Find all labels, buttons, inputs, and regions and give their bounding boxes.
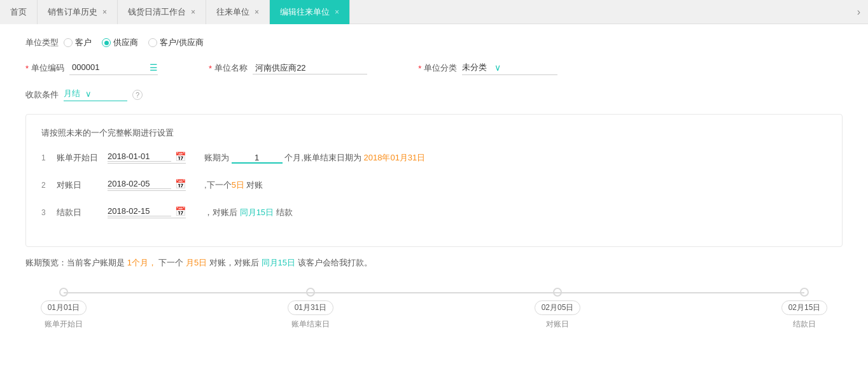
row-3-num: 3 bbox=[41, 208, 57, 217]
timeline-date-3: 02月05日 bbox=[535, 300, 581, 315]
payment-condition-group: 收款条件 月结 ∨ ? bbox=[25, 88, 143, 101]
row-3-desc-suffix: 结款 bbox=[274, 208, 293, 217]
unit-code-input[interactable] bbox=[69, 61, 146, 73]
tab-more-button[interactable]: › bbox=[850, 6, 868, 18]
unit-category-select[interactable]: 未分类 ∨ bbox=[462, 62, 557, 75]
panel-row-3: 3 结款日 📅 ，对账后 同月15日 结款 bbox=[41, 206, 827, 218]
row-2-date-field: 📅 bbox=[108, 179, 197, 191]
tab-edit-partner[interactable]: 编辑往来单位 × bbox=[270, 0, 350, 24]
unit-name-group: * 单位名称 bbox=[209, 62, 367, 74]
summary-mid2: 对账，对账后 bbox=[209, 258, 259, 267]
timeline-container: 01月01日 账单开始日 01月31日 账单结束日 02月05日 对账日 02月… bbox=[25, 281, 843, 330]
close-tab-edit-partner[interactable]: × bbox=[335, 8, 339, 17]
row-3-label: 结款日 bbox=[57, 207, 108, 218]
radio-customer-label: 客户 bbox=[75, 37, 92, 48]
help-icon-label: ? bbox=[136, 91, 139, 99]
row-1-date-field: 📅 bbox=[108, 151, 197, 164]
tab-home-label: 首页 bbox=[10, 6, 27, 18]
radio-supplier-circle bbox=[102, 38, 111, 47]
row-3-date-input[interactable] bbox=[108, 206, 171, 216]
summary-suffix: 该客户会给我打款。 bbox=[298, 258, 372, 267]
row-3-desc: ，对账后 同月15日 结款 bbox=[204, 207, 293, 218]
timeline-label-4: 结款日 bbox=[793, 319, 816, 330]
payment-condition-value: 月结 bbox=[64, 88, 80, 99]
radio-customer[interactable]: 客户 bbox=[64, 37, 92, 48]
summary-day: 月5日 bbox=[186, 258, 207, 267]
unit-code-required: * bbox=[25, 64, 29, 73]
row-2-desc: ,下一个5日 对账 bbox=[204, 179, 263, 191]
summary-text: 账期预览：当前客户账期是 1个月， 下一个 月5日 对账，对账后 同月15日 该… bbox=[25, 257, 843, 269]
row-1-desc-prefix: 账期为 bbox=[204, 153, 229, 162]
unit-code-group: * 单位编码 ☰ bbox=[25, 61, 158, 75]
radio-both[interactable]: 客户/供应商 bbox=[148, 37, 204, 48]
unit-category-arrow-icon: ∨ bbox=[494, 62, 501, 73]
row-3-desc-prefix: ，对账后 bbox=[204, 208, 240, 217]
timeline-point-4: 02月15日 结款日 bbox=[766, 288, 843, 330]
row-1-num: 1 bbox=[41, 153, 57, 162]
tab-sales-history-label: 销售订单历史 bbox=[48, 6, 97, 18]
payment-condition-select[interactable]: 月结 ∨ bbox=[64, 88, 127, 101]
tab-bar: 首页 销售订单历史 × 钱货日清工作台 × 往来单位 × 编辑往来单位 × › bbox=[0, 0, 868, 24]
radio-both-circle bbox=[148, 38, 157, 47]
row-3-date-input-group: 📅 bbox=[108, 206, 186, 218]
unit-code-label: 单位编码 bbox=[31, 62, 64, 74]
tab-cash-workbench[interactable]: 钱货日清工作台 × bbox=[118, 0, 206, 24]
unit-category-value: 未分类 bbox=[462, 62, 487, 73]
timeline-date-2: 01月31日 bbox=[288, 300, 334, 315]
row-2-date-input[interactable] bbox=[108, 179, 171, 189]
timeline-label-1: 账单开始日 bbox=[45, 319, 83, 330]
row-1-desc-suffix: 个月,账单结束日期为 bbox=[284, 153, 363, 162]
tab-home[interactable]: 首页 bbox=[0, 0, 38, 24]
tab-sales-history[interactable]: 销售订单历史 × bbox=[38, 0, 118, 24]
panel-row-1: 1 账单开始日 📅 账期为 个月,账单结束日期为 2018年01月31日 bbox=[41, 151, 827, 164]
payment-condition-label: 收款条件 bbox=[25, 89, 59, 101]
close-tab-partner-unit[interactable]: × bbox=[255, 8, 259, 17]
unit-type-row: 单位类型 客户 供应商 客户/供应商 bbox=[25, 37, 843, 48]
unit-name-required: * bbox=[209, 64, 212, 73]
row-1-end-date: 2018年01月31日 bbox=[363, 153, 425, 162]
row-2-label: 对账日 bbox=[57, 179, 108, 191]
help-icon[interactable]: ? bbox=[132, 90, 143, 100]
row-2-date-input-group: 📅 bbox=[108, 179, 186, 191]
row-1-date-input[interactable] bbox=[108, 151, 171, 162]
timeline-date-4: 02月15日 bbox=[781, 300, 828, 315]
unit-info-row: * 单位编码 ☰ * 单位名称 * 单位分类 未分类 ∨ bbox=[25, 61, 843, 75]
timeline-label-2: 账单结束日 bbox=[291, 319, 330, 330]
unit-type-radio-group: 客户 供应商 客户/供应商 bbox=[64, 37, 204, 48]
payment-condition-arrow-icon: ∨ bbox=[85, 89, 92, 99]
unit-type-group: 单位类型 客户 供应商 客户/供应商 bbox=[25, 37, 204, 48]
close-tab-sales-history[interactable]: × bbox=[102, 8, 107, 17]
row-2-calendar-icon[interactable]: 📅 bbox=[175, 179, 186, 189]
main-content: 单位类型 客户 供应商 客户/供应商 * 单位编码 bbox=[0, 24, 868, 387]
close-tab-cash-workbench[interactable]: × bbox=[191, 8, 195, 17]
unit-category-label: 单位分类 bbox=[424, 62, 457, 74]
unit-name-input[interactable] bbox=[253, 62, 367, 74]
summary-period: 1个月， bbox=[127, 258, 157, 267]
row-1-calendar-icon[interactable]: 📅 bbox=[175, 151, 186, 162]
timeline-point-3: 02月05日 对账日 bbox=[519, 288, 596, 330]
row-3-highlight: 同月15日 bbox=[240, 208, 274, 217]
row-1-period-input[interactable] bbox=[232, 153, 283, 164]
tab-partner-unit[interactable]: 往来单位 × bbox=[206, 0, 270, 24]
tab-edit-partner-label: 编辑往来单位 bbox=[280, 6, 330, 18]
row-3-calendar-icon[interactable]: 📅 bbox=[175, 206, 186, 216]
row-2-highlight: 5日 bbox=[232, 180, 244, 190]
summary-settlement: 同月15日 bbox=[262, 258, 295, 267]
row-1-label: 账单开始日 bbox=[57, 152, 108, 164]
timeline-label-3: 对账日 bbox=[546, 319, 569, 330]
row-1-date-input-group: 📅 bbox=[108, 151, 186, 164]
timeline-point-2: 01月31日 账单结束日 bbox=[272, 288, 349, 330]
unit-category-group: * 单位分类 未分类 ∨ bbox=[418, 62, 557, 75]
radio-supplier[interactable]: 供应商 bbox=[102, 37, 138, 48]
unit-name-label: 单位名称 bbox=[214, 62, 248, 74]
row-3-date-field: 📅 bbox=[108, 206, 197, 218]
tab-cash-workbench-label: 钱货日清工作台 bbox=[128, 6, 186, 18]
timeline-points: 01月01日 账单开始日 01月31日 账单结束日 02月05日 对账日 02月… bbox=[25, 288, 843, 330]
row-2-num: 2 bbox=[41, 181, 57, 190]
radio-customer-circle bbox=[64, 38, 73, 47]
unit-type-label: 单位类型 bbox=[25, 37, 59, 48]
timeline-date-1: 01月01日 bbox=[41, 300, 87, 315]
radio-supplier-label: 供应商 bbox=[113, 37, 138, 48]
summary-mid: 下一个 bbox=[158, 258, 183, 267]
unit-code-action-icon[interactable]: ☰ bbox=[150, 62, 158, 73]
